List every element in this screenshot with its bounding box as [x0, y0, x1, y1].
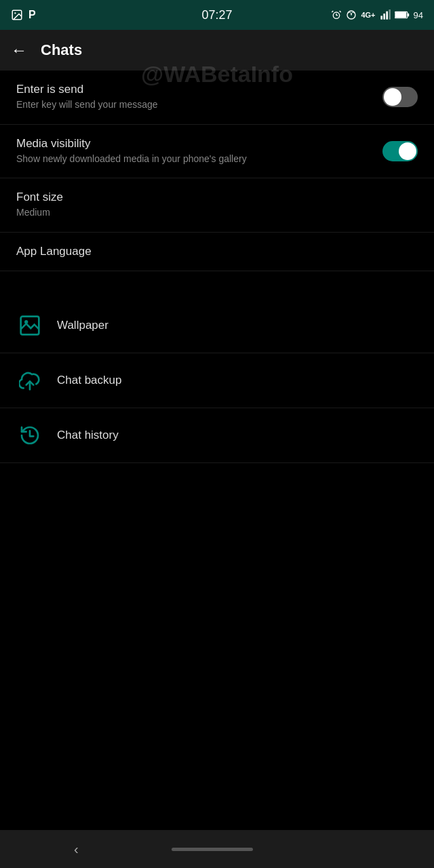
svg-line-6	[340, 11, 341, 12]
nav-bar: ‹	[0, 830, 434, 868]
backup-icon	[19, 370, 41, 391]
status-bar-time: 07:27	[201, 8, 232, 22]
setting-text-media-visibility: Media visibility Show newly downloaded m…	[16, 137, 382, 166]
backup-icon-container	[16, 367, 43, 394]
spacer	[0, 285, 434, 298]
setting-item-wallpaper[interactable]: Wallpaper	[0, 298, 434, 353]
wallpaper-icon	[19, 315, 41, 336]
p-icon: P	[28, 9, 36, 21]
setting-item-font-size[interactable]: Font size Medium	[0, 178, 434, 233]
app-bar: ← Chats	[0, 30, 434, 71]
setting-subtitle-font-size: Medium	[16, 206, 418, 220]
nav-handle	[172, 848, 253, 851]
setting-title-chat-history: Chat history	[57, 429, 119, 442]
status-bar-right: 4G+ 94	[331, 9, 423, 20]
setting-title-chat-backup: Chat backup	[57, 374, 121, 387]
svg-rect-12	[389, 9, 391, 20]
setting-title-app-language: App Language	[16, 245, 418, 258]
svg-rect-10	[383, 14, 385, 20]
network-icon: 4G+	[361, 11, 375, 19]
wallpaper-icon-container	[16, 312, 43, 339]
setting-title-enter-is-send: Enter is send	[16, 83, 382, 96]
setting-item-chat-backup[interactable]: Chat backup	[0, 353, 434, 408]
history-icon	[19, 425, 41, 446]
alarm-icon	[331, 9, 342, 20]
setting-text-enter-is-send: Enter is send Enter key will send your m…	[16, 83, 382, 112]
setting-text-app-language: App Language	[16, 245, 418, 258]
svg-rect-15	[407, 14, 408, 17]
setting-item-app-language[interactable]: App Language	[0, 233, 434, 271]
setting-subtitle-media-visibility: Show newly downloaded media in your phon…	[16, 153, 382, 166]
toggle-knob-media-visibility	[399, 142, 416, 160]
toggle-enter-is-send[interactable]	[382, 87, 418, 107]
setting-subtitle-enter-is-send: Enter key will send your message	[16, 98, 382, 112]
back-nav-button[interactable]: ‹	[74, 842, 79, 857]
setting-title-font-size: Font size	[16, 191, 418, 204]
page-title: Chats	[41, 41, 82, 59]
svg-line-5	[332, 11, 334, 12]
setting-item-chat-history[interactable]: Chat history	[0, 408, 434, 463]
battery-level: 94	[414, 10, 423, 20]
setting-text-font-size: Font size Medium	[16, 191, 418, 220]
toggle-media-visibility[interactable]	[382, 141, 418, 161]
battery-icon	[395, 11, 410, 19]
svg-rect-9	[380, 16, 382, 19]
gallery-icon	[11, 9, 23, 21]
setting-item-media-visibility[interactable]: Media visibility Show newly downloaded m…	[0, 125, 434, 179]
history-icon-container	[16, 422, 43, 449]
status-bar: P 07:27 4G+	[0, 0, 434, 30]
setting-title-media-visibility: Media visibility	[16, 137, 382, 151]
svg-rect-11	[386, 12, 388, 20]
setting-item-enter-is-send[interactable]: Enter is send Enter key will send your m…	[0, 71, 434, 125]
setting-title-wallpaper: Wallpaper	[57, 319, 108, 332]
status-bar-left: P	[11, 9, 36, 21]
section-divider	[0, 271, 434, 285]
svg-point-1	[14, 12, 16, 14]
wifi-icon	[346, 9, 357, 20]
toggle-knob-enter-is-send	[384, 88, 401, 106]
svg-rect-14	[395, 12, 406, 18]
settings-content: Enter is send Enter key will send your m…	[0, 71, 434, 830]
back-button[interactable]: ←	[11, 41, 27, 60]
signal-icon	[380, 9, 391, 20]
